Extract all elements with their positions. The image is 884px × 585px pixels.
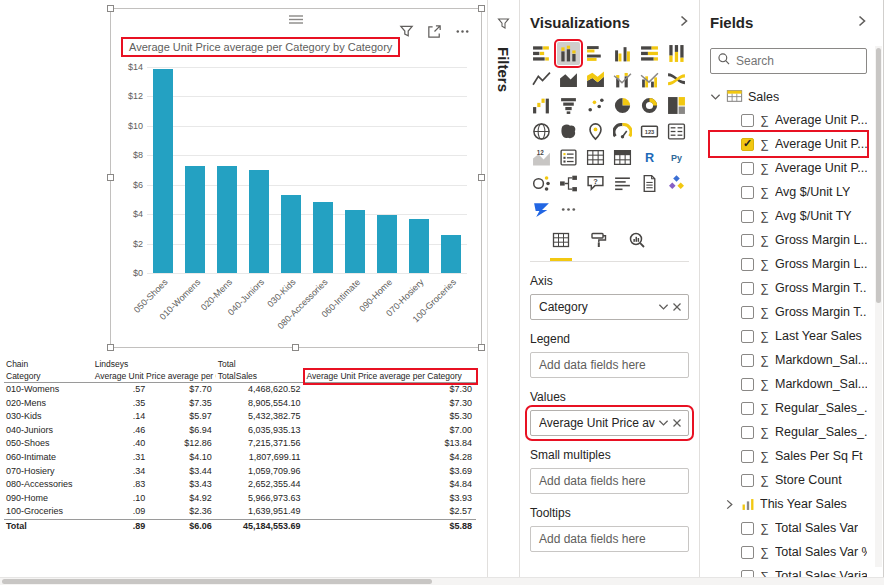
table-row[interactable]: 020-Mens.35$7.358,905,554.10$7.30 bbox=[4, 397, 476, 411]
field-checkbox[interactable] bbox=[741, 354, 754, 367]
bar-090-Home[interactable] bbox=[377, 215, 397, 273]
visual-type-multi-row-card-icon[interactable] bbox=[665, 120, 688, 143]
field-item[interactable]: ∑Regular_Sales_... bbox=[710, 396, 867, 420]
table-row[interactable]: 050-Shoes.40$12.867,215,371.56$13.84 bbox=[4, 437, 476, 451]
visual-type-stacked-column-chart-icon[interactable] bbox=[557, 42, 580, 65]
legend-well[interactable]: Add data fields here bbox=[530, 352, 689, 378]
field-item[interactable]: ∑Avg $/Unit LY bbox=[710, 180, 867, 204]
visual-type-r-script-visual-icon[interactable]: R bbox=[638, 146, 661, 169]
selection-handle[interactable] bbox=[478, 174, 485, 181]
chevron-down-icon[interactable] bbox=[658, 419, 669, 427]
sales-table-node[interactable]: Sales bbox=[710, 86, 867, 108]
table-row[interactable]: 070-Hosiery.34$3.441,059,709.96$3.69 bbox=[4, 465, 476, 479]
visual-type-hundred-stacked-column-chart-icon[interactable] bbox=[665, 42, 688, 65]
visual-type-more-visuals-icon[interactable] bbox=[557, 198, 580, 221]
selection-handle[interactable] bbox=[107, 5, 114, 12]
field-label[interactable]: Avg $/Unit LY bbox=[775, 185, 850, 199]
field-checkbox[interactable] bbox=[741, 426, 754, 439]
visual-type-python-visual-icon[interactable]: Py bbox=[665, 146, 688, 169]
field-label[interactable]: Last Year Sales bbox=[775, 329, 862, 343]
visual-type-kpi-icon[interactable]: 12 bbox=[530, 146, 553, 169]
field-checkbox[interactable] bbox=[741, 378, 754, 391]
field-item[interactable]: ∑Total Sales Var % bbox=[710, 540, 867, 564]
filter-icon[interactable] bbox=[398, 23, 415, 44]
bar-030-Kids[interactable] bbox=[281, 195, 301, 273]
axis-field-pill[interactable]: Category bbox=[530, 294, 689, 320]
visual-type-gauge-icon[interactable] bbox=[611, 120, 634, 143]
field-checkbox[interactable] bbox=[741, 450, 754, 463]
field-item[interactable]: ∑Store Count bbox=[710, 468, 867, 492]
field-item[interactable]: ∑Last Year Sales bbox=[710, 324, 867, 348]
visual-type-card-icon[interactable]: 123 bbox=[638, 120, 661, 143]
field-checkbox[interactable] bbox=[741, 138, 754, 151]
field-checkbox[interactable] bbox=[741, 474, 754, 487]
field-label[interactable]: Gross Margin T... bbox=[775, 305, 867, 319]
visual-type-funnel-chart-icon[interactable] bbox=[557, 94, 580, 117]
horizontal-scrollbar[interactable] bbox=[0, 577, 884, 585]
table-visual[interactable]: Chain Lindseys Total Category Average Un… bbox=[4, 358, 476, 532]
more-options-icon[interactable] bbox=[454, 23, 471, 44]
visual-type-power-automate-icon[interactable] bbox=[530, 198, 553, 221]
field-checkbox[interactable] bbox=[741, 282, 754, 295]
field-label[interactable]: Store Count bbox=[775, 473, 842, 487]
fields-scrollbar[interactable] bbox=[875, 46, 882, 567]
table-row[interactable]: 090-Home.10$4.925,966,973.63$3.93 bbox=[4, 492, 476, 506]
visual-type-arcgis-map-icon[interactable] bbox=[665, 172, 688, 195]
field-item[interactable]: ∑Total Sales Var bbox=[710, 516, 867, 540]
bar-080-Accessories[interactable] bbox=[313, 202, 333, 273]
field-item[interactable]: ∑Markdown_Sal... bbox=[710, 372, 867, 396]
selection-handle[interactable] bbox=[292, 344, 299, 351]
chevron-down-icon[interactable] bbox=[710, 90, 721, 104]
field-label[interactable]: Markdown_Sal... bbox=[775, 353, 867, 367]
visual-type-filled-map-icon[interactable] bbox=[557, 120, 580, 143]
visual-type-stacked-area-chart-icon[interactable] bbox=[584, 68, 607, 91]
table-row[interactable]: 010-Womens.57$7.704,468,620.52$7.30 bbox=[4, 383, 476, 397]
table-row[interactable]: 100-Groceries.09$2.361,639,951.49$2.57 bbox=[4, 505, 476, 519]
visual-type-map-icon[interactable] bbox=[530, 120, 553, 143]
small-multiples-well[interactable]: Add data fields here bbox=[530, 468, 689, 494]
field-item[interactable]: ∑Average Unit P... bbox=[710, 108, 867, 132]
field-item[interactable]: This Year Sales bbox=[710, 492, 867, 516]
remove-field-icon[interactable] bbox=[672, 418, 682, 428]
field-label[interactable]: Avg $/Unit TY bbox=[775, 209, 852, 223]
field-label[interactable]: Total Sales Var bbox=[775, 521, 858, 535]
field-label[interactable]: Regular_Sales_... bbox=[775, 425, 867, 439]
bar-010-Womens[interactable] bbox=[185, 166, 205, 273]
chevron-down-icon[interactable] bbox=[658, 303, 669, 311]
bar-020-Mens[interactable] bbox=[217, 166, 237, 273]
visual-type-key-influencers-icon[interactable] bbox=[530, 172, 553, 195]
table-row[interactable]: 080-Accessories.83$3.432,652,355.44$4.84 bbox=[4, 478, 476, 492]
visual-type-ribbon-chart-icon[interactable] bbox=[665, 68, 688, 91]
tooltips-well[interactable]: Add data fields here bbox=[530, 526, 689, 552]
field-item[interactable]: ∑Sales Per Sq Ft bbox=[710, 444, 867, 468]
tab-fields[interactable] bbox=[550, 229, 572, 261]
field-label[interactable]: Gross Margin L... bbox=[775, 233, 867, 247]
field-checkbox[interactable] bbox=[741, 186, 754, 199]
table-row[interactable]: 030-Kids.14$5.975,432,382.75$5.30 bbox=[4, 410, 476, 424]
visual-type-waterfall-chart-icon[interactable] bbox=[530, 94, 553, 117]
filters-pane-collapsed[interactable]: Filters bbox=[487, 0, 520, 577]
field-label[interactable]: Total Sales Varia... bbox=[775, 569, 867, 577]
field-label[interactable]: Sales Per Sq Ft bbox=[775, 449, 863, 463]
field-item[interactable]: ∑Gross Margin T... bbox=[710, 300, 867, 324]
field-item[interactable]: ∑Gross Margin L... bbox=[710, 228, 867, 252]
field-checkbox[interactable] bbox=[741, 546, 754, 559]
field-item[interactable]: ∑Total Sales Varia... bbox=[710, 564, 867, 577]
field-item[interactable]: ∑Gross Margin L... bbox=[710, 252, 867, 276]
field-label[interactable]: Gross Margin L... bbox=[775, 257, 867, 271]
visual-type-slicer-icon[interactable] bbox=[557, 146, 580, 169]
visual-type-pie-chart-icon[interactable] bbox=[611, 94, 634, 117]
values-field-pill[interactable]: Average Unit Price avera bbox=[530, 410, 689, 436]
column-chart-visual[interactable]: Average Unit Price average per Category … bbox=[110, 8, 482, 348]
field-checkbox[interactable] bbox=[741, 402, 754, 415]
remove-field-icon[interactable] bbox=[672, 302, 682, 312]
field-label[interactable]: Markdown_Sal... bbox=[775, 377, 867, 391]
expand-filters-icon[interactable] bbox=[496, 16, 511, 35]
search-box[interactable] bbox=[710, 48, 867, 74]
field-label[interactable]: Regular_Sales_... bbox=[775, 401, 867, 415]
bar-070-Hosiery[interactable] bbox=[409, 219, 429, 273]
field-checkbox[interactable] bbox=[741, 210, 754, 223]
field-item[interactable]: ∑Average Unit P... bbox=[710, 156, 867, 180]
bar-050-Shoes[interactable] bbox=[153, 69, 173, 273]
focus-mode-icon[interactable] bbox=[426, 23, 443, 44]
